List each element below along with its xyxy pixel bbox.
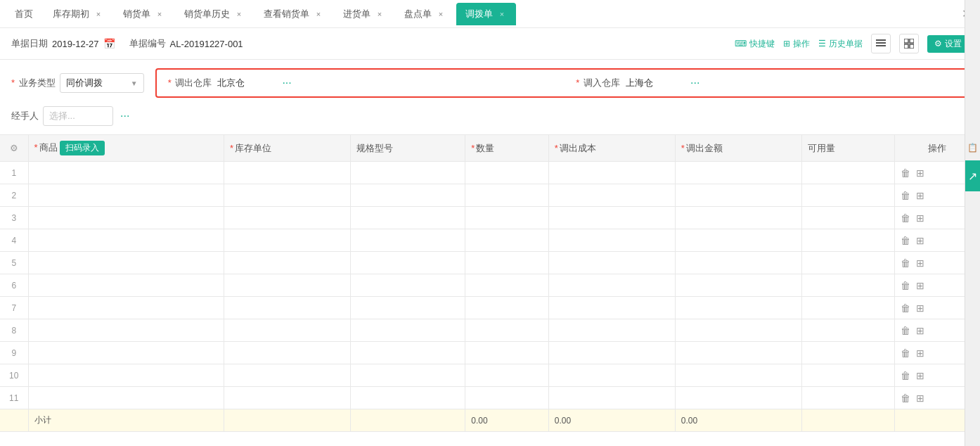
close-inventory-check-tab[interactable]: × [436, 9, 446, 19]
subtotal-label: 小计 [28, 409, 224, 432]
warehouse-in-more-btn[interactable]: ··· [688, 77, 702, 89]
th-settings[interactable]: ⚙ [0, 135, 28, 162]
delete-icon[interactable]: 🗑 [901, 370, 910, 381]
calendar-icon[interactable]: 📅 [103, 38, 115, 49]
handler-more-btn[interactable]: ··· [117, 110, 132, 122]
table-row: 10 🗑 ⊞ [0, 364, 980, 387]
form-body: * 业务类型 同价调拨 ▼ * 调出仓库 北京仓 ··· [0, 60, 980, 134]
subtotal-cost: 0.00 [548, 409, 675, 432]
copy-icon[interactable]: ⊞ [916, 190, 924, 201]
delete-icon[interactable]: 🗑 [901, 302, 910, 314]
delete-icon[interactable]: 🗑 [901, 393, 910, 404]
table-container: ⚙ *商品 扫码录入 *库存单位 规格型号 *数量 *调出成本 [0, 134, 980, 446]
th-spec: 规格型号 [351, 135, 465, 162]
th-amount: *调出金额 [675, 135, 801, 162]
copy-icon[interactable]: ⊞ [916, 393, 924, 404]
tab-transfer-order[interactable]: 调拨单 × [456, 3, 516, 25]
svg-rect-3 [904, 39, 908, 43]
sidebar-expand-icon[interactable]: ↗ [965, 160, 981, 191]
table-settings-icon[interactable]: ⚙ [10, 143, 18, 153]
delete-icon[interactable]: 🗑 [901, 212, 910, 224]
close-sales-history-tab[interactable]: × [234, 9, 244, 19]
dropdown-arrow-icon: ▼ [131, 79, 138, 87]
delete-icon[interactable]: 🗑 [901, 325, 910, 336]
items-table: ⚙ *商品 扫码录入 *库存单位 规格型号 *数量 *调出成本 [0, 135, 980, 432]
row-ops-4: 🗑 ⊞ [901, 235, 974, 246]
copy-icon[interactable]: ⊞ [916, 167, 924, 179]
row-ops-11: 🗑 ⊞ [901, 393, 974, 404]
row-ops-6: 🗑 ⊞ [901, 280, 974, 291]
delete-icon[interactable]: 🗑 [901, 167, 910, 179]
close-inventory-init-tab[interactable]: × [94, 9, 103, 19]
grid-icon: ⊞ [783, 39, 790, 49]
copy-icon[interactable]: ⊞ [916, 280, 924, 291]
form-row-2: 经手人 选择... ··· [11, 106, 969, 126]
business-type-select[interactable]: 同价调拨 ▼ [60, 73, 144, 93]
business-type-group: * 业务类型 同价调拨 ▼ [11, 73, 144, 93]
tab-sales-history[interactable]: 销货单历史 × [175, 3, 253, 25]
row-ops-2: 🗑 ⊞ [901, 190, 974, 201]
row-ops-1: 🗑 ⊞ [901, 167, 974, 179]
list-view-btn[interactable] [871, 34, 891, 53]
tab-sales-order[interactable]: 销货单 × [114, 3, 174, 25]
tab-view-sales[interactable]: 查看销货单 × [254, 3, 333, 25]
close-sales-order-tab[interactable]: × [155, 9, 165, 19]
delete-icon[interactable]: 🗑 [901, 348, 910, 359]
subtotal-row: 小计 0.00 0.00 0.00 [0, 409, 980, 432]
table-row: 4 🗑 ⊞ [0, 229, 980, 252]
svg-rect-5 [904, 44, 908, 49]
subtotal-amount: 0.00 [675, 409, 801, 432]
table-row: 11 🗑 ⊞ [0, 387, 980, 409]
copy-icon[interactable]: ⊞ [916, 257, 924, 269]
settings-icon: ⚙ [934, 39, 942, 49]
tab-inventory-init[interactable]: 库存期初 × [44, 3, 112, 25]
close-purchase-tab[interactable]: × [375, 9, 385, 19]
table-row: 1 🗑 ⊞ [0, 162, 980, 184]
copy-icon[interactable]: ⊞ [916, 212, 924, 224]
row-ops-3: 🗑 ⊞ [901, 212, 974, 224]
delete-icon[interactable]: 🗑 [901, 257, 910, 269]
subtotal-qty: 0.00 [465, 409, 548, 432]
copy-icon[interactable]: ⊞ [916, 325, 924, 336]
row-ops-10: 🗑 ⊞ [901, 370, 974, 381]
close-view-sales-tab[interactable]: × [314, 9, 323, 19]
close-transfer-tab[interactable]: × [497, 9, 507, 19]
table-row: 2 🗑 ⊞ [0, 184, 980, 207]
copy-icon[interactable]: ⊞ [916, 348, 924, 359]
warehouse-out-more-btn[interactable]: ··· [279, 77, 294, 89]
history-link[interactable]: ☰ 历史单据 [818, 38, 863, 50]
settings-button[interactable]: ⚙ 设置 [927, 35, 969, 53]
tab-home[interactable]: 首页 [6, 3, 42, 25]
right-sidebar: 📋 ↗ [965, 0, 980, 446]
table-row: 7 🗑 ⊞ [0, 297, 980, 319]
th-qty: *数量 [465, 135, 548, 162]
copy-icon[interactable]: ⊞ [916, 235, 924, 246]
table-row: 5 🗑 ⊞ [0, 252, 980, 274]
sidebar-notes-icon[interactable]: 📋 [966, 141, 980, 155]
grid-view-btn[interactable] [899, 34, 919, 53]
delete-icon[interactable]: 🗑 [901, 190, 910, 201]
row-ops-8: 🗑 ⊞ [901, 325, 974, 336]
svg-rect-1 [876, 42, 886, 44]
copy-icon[interactable]: ⊞ [916, 302, 924, 314]
tab-purchase-order[interactable]: 进货单 × [334, 3, 394, 25]
operate-link[interactable]: ⊞ 操作 [783, 38, 810, 50]
form-header: 单据日期 2019-12-27 📅 单据编号 AL-20191227-001 ⌨… [0, 28, 980, 60]
row-ops-9: 🗑 ⊞ [901, 348, 974, 359]
number-field: 单据编号 AL-20191227-001 [129, 37, 243, 50]
shortcut-link[interactable]: ⌨ 快捷键 [735, 38, 775, 50]
tab-inventory-check[interactable]: 盘点单 × [395, 3, 455, 25]
handler-select[interactable]: 选择... [43, 106, 113, 126]
form-row-1: * 业务类型 同价调拨 ▼ * 调出仓库 北京仓 ··· [11, 68, 969, 98]
svg-rect-2 [876, 45, 886, 46]
table-row: 3 🗑 ⊞ [0, 207, 980, 229]
delete-icon[interactable]: 🗑 [901, 280, 910, 291]
main-content: 单据日期 2019-12-27 📅 单据编号 AL-20191227-001 ⌨… [0, 28, 980, 446]
row-ops-5: 🗑 ⊞ [901, 257, 974, 269]
row-ops-7: 🗑 ⊞ [901, 302, 974, 314]
scan-button[interactable]: 扫码录入 [60, 141, 105, 155]
delete-icon[interactable]: 🗑 [901, 235, 910, 246]
table-row: 6 🗑 ⊞ [0, 274, 980, 297]
tab-bar: 首页 库存期初 × 销货单 × 销货单历史 × 查看销货单 × 进货单 × 盘点… [0, 0, 980, 28]
copy-icon[interactable]: ⊞ [916, 370, 924, 381]
